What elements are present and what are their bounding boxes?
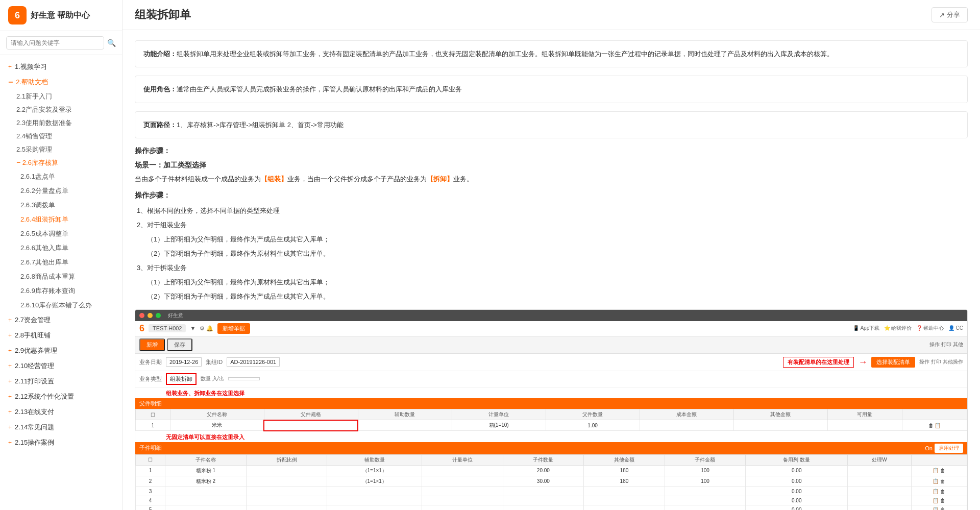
sim-upper-table-wrapper: ☐ 父件名称 父件规格 辅助数量 计量单位 父件数量 成本金额 其他金额 可用量: [135, 409, 967, 442]
role-text: 通常由生产人员或库管人员完成拆装业务的操作，库管人员确认原材料的出库和产成品的入…: [177, 85, 462, 93]
sidebar-item-stocktake[interactable]: 2.6.1盘点单: [0, 169, 122, 184]
scene1-desc: 当由多个子件材料组装成一个成品的业务为【组装】业务，当由一个父件拆分成多个子产品…: [135, 173, 968, 186]
sidebar-item-docs[interactable]: − 2.帮助文档: [0, 75, 122, 90]
step1: 1、根据不同的业务，选择不同单据的类型来处理: [137, 204, 968, 217]
mobile-expand-icon: +: [8, 332, 12, 339]
sim-lower-table-wrapper: ☐ 子件名称 拆配比例 辅助数量 计量单位 子件数量 其他金额 子件金额 备用列…: [135, 454, 967, 510]
lth-ratio: 拆配比例: [246, 454, 327, 465]
function-intro-box: 功能介绍：组装拆卸单用来处理企业组装或拆卸等加工业务，支持有固定装配清单的产品加…: [135, 40, 968, 67]
sim-testid: TEST-H002: [149, 324, 186, 332]
sidebar-item-mobile[interactable]: + 2.8手机旺铺: [0, 328, 122, 343]
sidebar-item-goodscost[interactable]: 2.6.8商品成本重算: [0, 270, 122, 284]
sidebar-item-print[interactable]: + 2.11打印设置: [0, 374, 122, 389]
finance-expand-icon: +: [8, 317, 12, 324]
sidebar-item-purchase[interactable]: 2.5采购管理: [0, 143, 122, 156]
step-list: 1、根据不同的业务，选择不同单据的类型来处理 2、对于组装业务 （1）上部明细为…: [135, 204, 968, 303]
lower-table-row-5: 50.00📋 🗑: [136, 505, 967, 510]
annotation-enter-row: 无固定清单可以直接在这里录入: [135, 431, 967, 442]
sidebar-item-videos[interactable]: + 1.视频学习: [0, 59, 122, 75]
qty-label: 数量 入/出: [201, 375, 224, 382]
main-panel: 组装拆卸单 ↗ 分享 功能介绍：组装拆卸单用来处理企业组装或拆卸等加工业务，支持…: [122, 0, 980, 510]
lth-process: 处理W: [848, 454, 911, 465]
logo-icon: 6: [8, 6, 27, 25]
screenshot-container: 好生意 6 TEST-H002 ▼ ⚙ 🔔 新增单据 📱 App下载 ⭐ 给我评…: [135, 309, 968, 510]
main-header: 组装拆卸单 ↗ 分享: [122, 0, 980, 30]
lth-child-qty: 子件数量: [503, 454, 584, 465]
sidebar-item-inventory[interactable]: − 2.6库存核算: [0, 156, 122, 169]
step2: 2、对于组装业务: [137, 218, 968, 232]
window-title: 好生意: [168, 312, 183, 319]
lth-child-cost: 子件金额: [665, 454, 746, 465]
main-content: 功能介绍：组装拆卸单用来处理企业组装或拆卸等加工业务，支持有固定装配清单的产品加…: [122, 30, 980, 510]
step3: 3、对于拆装业务: [137, 261, 968, 275]
sim-tab-save[interactable]: 保存: [167, 338, 192, 351]
th-other: 其他金额: [733, 409, 827, 420]
sidebar-item-sales[interactable]: 2.4销售管理: [0, 130, 122, 143]
sidebar-item-finance[interactable]: + 2.7资金管理: [0, 312, 122, 328]
path-label: 页面路径：: [143, 121, 177, 129]
window-bar: 好生意: [135, 310, 967, 321]
lth-aux: 辅助数量: [327, 454, 422, 465]
online-expand-icon: +: [8, 408, 12, 416]
sidebar-item-online[interactable]: + 2.13在线支付: [0, 404, 122, 420]
sidebar-item-cases[interactable]: + 2.15操作案例: [0, 435, 122, 450]
faq-expand-icon: +: [8, 424, 12, 431]
sim-new-btn[interactable]: 新增单据: [217, 323, 250, 334]
search-button[interactable]: 🔍: [107, 39, 116, 47]
lower-table-row-3: 30.00📋 🗑: [136, 487, 967, 496]
share-button[interactable]: ↗ 分享: [932, 7, 968, 22]
sidebar-item-custom[interactable]: + 2.12系统个性化设置: [0, 389, 122, 404]
lower-table-row-4: 40.00📋 🗑: [136, 496, 967, 505]
sidebar: 6 好生意 帮助中心 🔍 + 1.视频学习 − 2.帮助文档 2.1新手入门 2…: [0, 0, 122, 510]
sidebar-item-adjust[interactable]: 2.6.3调拨单: [0, 198, 122, 212]
sim-section-header-upper: 父件明细: [135, 398, 967, 409]
sidebar-item-coupon[interactable]: + 2.9优惠券管理: [0, 343, 122, 358]
sim-form-row2: 业务类型 组装拆卸 数量 入/出: [135, 371, 967, 387]
sidebar-item-split[interactable]: 2.6.2分量盘点单: [0, 184, 122, 198]
sidebar-item-faq[interactable]: + 2.14常见问题: [0, 420, 122, 435]
page-title: 组装拆卸单: [135, 7, 191, 22]
lth-backup: 备用列 数量: [746, 454, 848, 465]
close-dot: [139, 313, 144, 318]
search-input[interactable]: [6, 36, 104, 50]
sim-upper-table: ☐ 父件名称 父件规格 辅助数量 计量单位 父件数量 成本金额 其他金额 可用量: [135, 409, 967, 431]
path-text: 1、库存核算->库存管理->组装拆卸单 2、首页->常用功能: [177, 121, 344, 129]
sim-select-bom-btn[interactable]: 选择装配清单: [871, 357, 915, 368]
th-unit: 计量单位: [452, 409, 546, 420]
inventory-expand-icon: −: [16, 158, 20, 166]
cases-expand-icon: +: [8, 439, 12, 446]
lower-table-row-2: 2糯米粉 2（1=1×1）30.001801000.00📋 🗑: [136, 476, 967, 487]
th-cost: 成本金额: [640, 409, 733, 420]
step2-1: （1）上部明细为父件明细，最终作为产成品生成其它入库单；: [137, 233, 968, 246]
sidebar-item-cost[interactable]: 2.6.5成本调整单: [0, 227, 122, 241]
sidebar-header: 6 好生意 帮助中心: [0, 0, 122, 31]
assembly-label: 集组ID: [206, 358, 223, 366]
scene1-header: 场景一：加工类型选择: [135, 161, 968, 170]
sidebar-item-inbound[interactable]: 2.6.6其他入库单: [0, 241, 122, 255]
th-aux-qty: 辅助数量: [358, 409, 452, 420]
sidebar-item-assembly[interactable]: 2.6.4组装拆卸单: [0, 212, 122, 227]
sidebar-item-stockcheck[interactable]: 2.6.9库存账本查询: [0, 284, 122, 298]
date-field: 2019-12-26: [166, 357, 202, 367]
assembly-field: AD-20191226-001: [227, 357, 280, 367]
expand-icon: +: [8, 63, 12, 70]
sidebar-item-new[interactable]: 2.1新手入门: [0, 90, 122, 103]
sidebar-item-stockerror[interactable]: 2.6.10库存账本错了么办: [0, 298, 122, 312]
path-intro-box: 页面路径：1、库存核算->库存管理->组装拆卸单 2、首页->常用功能: [135, 111, 968, 138]
sim-process-btn[interactable]: 启用处理: [935, 444, 963, 453]
th-check: ☐: [136, 409, 170, 420]
th-action: [902, 409, 967, 420]
sidebar-item-ops[interactable]: + 2.10经营管理: [0, 358, 122, 374]
collapse-icon: −: [8, 78, 13, 87]
sidebar-nav: + 1.视频学习 − 2.帮助文档 2.1新手入门 2.2产品安装及登录 2.3…: [0, 55, 122, 510]
th-parent-qty: 父件数量: [546, 409, 640, 420]
sidebar-item-install[interactable]: 2.2产品安装及登录: [0, 103, 122, 116]
sim-topbar: 6 TEST-H002 ▼ ⚙ 🔔 新增单据 📱 App下载 ⭐ 给我评价 ❓ …: [135, 321, 967, 336]
lth-child-name: 子件名称: [165, 454, 247, 465]
sim-right-icons: 📱 App下载 ⭐ 给我评价 ❓ 帮助中心 👤 CC: [853, 325, 963, 332]
sim-form-row1: 业务日期 2019-12-26 集组ID AD-20191226-001 有装配…: [135, 354, 967, 371]
sidebar-item-data[interactable]: 2.3使用前数据准备: [0, 116, 122, 130]
steps-header: 操作步骤：: [135, 147, 968, 156]
sidebar-item-outbound[interactable]: 2.6.7其他出库单: [0, 255, 122, 270]
sim-tab-new[interactable]: 新增: [139, 338, 165, 351]
